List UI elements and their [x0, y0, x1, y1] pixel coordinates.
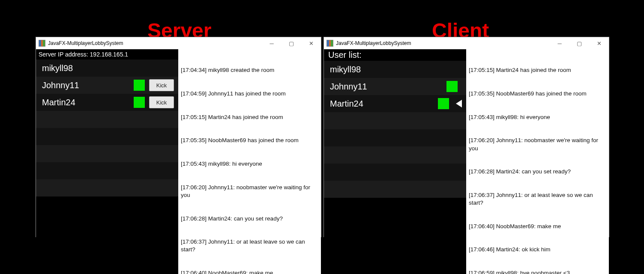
server-chat-panel: [17:04:34] mikyll98 created the room [17…	[178, 49, 321, 274]
client-user-list: mikyll98 Johnny11 Martin24	[324, 61, 466, 198]
self-marker-icon	[456, 100, 462, 107]
server-chat-log: [17:04:34] mikyll98 created the room [17…	[178, 49, 321, 274]
user-row-empty	[324, 146, 466, 164]
user-row: Johnny11	[324, 78, 466, 95]
user-list-header: User list:	[324, 49, 466, 61]
minimize-button[interactable]: ─	[262, 37, 282, 49]
app-icon	[39, 40, 45, 47]
ready-indicator-icon	[438, 98, 449, 109]
user-row-empty	[324, 112, 466, 129]
user-row: mikyll98	[36, 60, 178, 77]
maximize-button[interactable]: ▢	[282, 37, 301, 49]
user-row: Martin24 Kick	[36, 94, 178, 111]
client-window: JavaFX-MultiplayerLobbySystem ─ ▢ ✕ User…	[323, 37, 609, 237]
client-chat-panel: [17:05:15] Martin24 has joined the room …	[466, 49, 609, 274]
server-user-list: mikyll98 Johnny11 Kick Martin24 Kick	[36, 60, 178, 197]
ready-indicator-icon	[134, 80, 145, 91]
user-row-empty	[324, 129, 466, 146]
window-title: JavaFX-MultiplayerLobbySystem	[336, 40, 411, 46]
user-row-empty	[324, 181, 466, 198]
app-icon	[326, 40, 333, 47]
client-chat-log: [17:05:15] Martin24 has joined the room …	[466, 49, 609, 274]
user-row-empty	[36, 128, 178, 145]
server-ip-label: Server IP address: 192.168.165.1	[36, 49, 178, 60]
user-name: Johnny11	[328, 82, 446, 92]
client-left-panel: User list: mikyll98 Johnny11 Martin24	[324, 49, 466, 274]
user-name: Martin24	[328, 99, 438, 109]
user-name: Martin24	[40, 98, 134, 107]
maximize-button[interactable]: ▢	[569, 37, 589, 49]
user-row: mikyll98	[324, 61, 466, 78]
kick-button[interactable]: Kick	[149, 79, 174, 91]
user-row: Martin24	[324, 95, 466, 112]
user-row-empty	[324, 164, 466, 181]
user-name: Johnny11	[40, 80, 134, 90]
user-row-empty	[36, 145, 178, 162]
server-window: JavaFX-MultiplayerLobbySystem ─ ▢ ✕ Serv…	[36, 37, 321, 237]
ready-indicator-icon	[446, 81, 458, 92]
titlebar[interactable]: JavaFX-MultiplayerLobbySystem ─ ▢ ✕	[36, 37, 321, 49]
close-button[interactable]: ✕	[589, 37, 609, 49]
server-left-panel: Server IP address: 192.168.165.1 mikyll9…	[36, 49, 178, 274]
window-title: JavaFX-MultiplayerLobbySystem	[48, 40, 123, 46]
user-row-empty	[36, 162, 178, 179]
close-button[interactable]: ✕	[301, 37, 321, 49]
ready-indicator-icon	[134, 97, 145, 108]
minimize-button[interactable]: ─	[550, 37, 569, 49]
titlebar[interactable]: JavaFX-MultiplayerLobbySystem ─ ▢ ✕	[324, 37, 609, 49]
user-row-empty	[36, 111, 178, 128]
user-name: mikyll98	[328, 65, 462, 74]
user-row-empty	[36, 179, 178, 197]
user-name: mikyll98	[40, 63, 174, 73]
kick-button[interactable]: Kick	[149, 96, 174, 108]
user-row: Johnny11 Kick	[36, 77, 178, 94]
